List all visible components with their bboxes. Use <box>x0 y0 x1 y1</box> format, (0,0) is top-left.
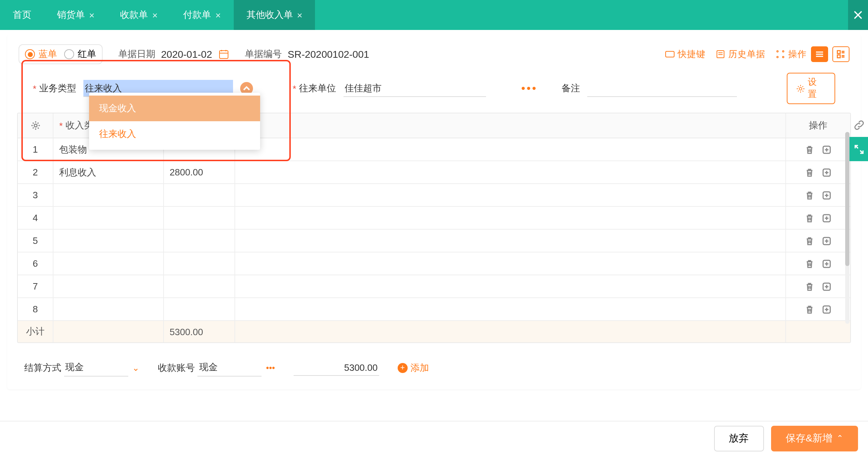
row-note[interactable] <box>235 252 786 275</box>
scrollbar[interactable] <box>845 132 849 324</box>
trash-icon[interactable] <box>805 236 815 246</box>
tab-receipt[interactable]: 收款单× <box>107 0 170 30</box>
add-row-icon[interactable] <box>822 304 832 314</box>
row-note[interactable] <box>235 298 786 320</box>
add-row-icon[interactable] <box>822 236 832 246</box>
add-row-icon[interactable] <box>822 190 832 200</box>
history-button[interactable]: 历史单据 <box>715 48 765 60</box>
dropdown-item[interactable]: 往来收入 <box>89 121 260 147</box>
close-icon[interactable]: × <box>152 10 157 20</box>
expand-icon[interactable] <box>849 137 868 161</box>
row-category[interactable] <box>53 298 164 320</box>
row-note[interactable] <box>235 138 786 160</box>
row-category[interactable]: 利息收入 <box>53 161 164 183</box>
row-note[interactable] <box>235 184 786 206</box>
row-index: 7 <box>18 275 53 297</box>
table-row[interactable]: 2利息收入2800.00 <box>18 161 850 184</box>
row-note[interactable] <box>235 207 786 229</box>
row-amount[interactable] <box>164 298 235 320</box>
party-field: *往来单位 <box>293 80 503 97</box>
more-icon[interactable]: ••• <box>521 82 538 95</box>
docno-label: 单据编号 <box>245 48 282 61</box>
shortcut-button[interactable]: 快捷键 <box>665 48 706 60</box>
row-amount[interactable]: 2800.00 <box>164 161 235 183</box>
table-subtotal: 小计 5300.00 <box>18 321 850 342</box>
tab-home[interactable]: 首页 <box>0 0 44 30</box>
trash-icon[interactable] <box>805 190 815 200</box>
add-row-icon[interactable] <box>822 167 832 177</box>
row-category[interactable] <box>53 252 164 275</box>
remark-input[interactable] <box>587 80 737 97</box>
svg-point-6 <box>782 56 784 58</box>
tab-other-income[interactable]: 其他收入单× <box>234 0 315 30</box>
trash-icon[interactable] <box>805 144 815 154</box>
row-amount[interactable] <box>164 207 235 229</box>
row-category[interactable] <box>53 275 164 297</box>
add-row-icon[interactable] <box>822 213 832 223</box>
row-note[interactable] <box>235 275 786 297</box>
col-ops: 操作 <box>809 119 827 132</box>
view-list-button[interactable] <box>811 46 828 62</box>
tab-payment[interactable]: 付款单× <box>170 0 233 30</box>
party-input[interactable] <box>343 80 486 97</box>
trash-icon[interactable] <box>805 304 815 314</box>
svg-rect-1 <box>666 51 674 57</box>
trash-icon[interactable] <box>805 167 815 177</box>
add-row-icon[interactable] <box>822 144 832 154</box>
table-row[interactable]: 5 <box>18 230 850 252</box>
biztype-dropdown: 现金收入 往来收入 <box>89 93 260 150</box>
table-row[interactable]: 4 <box>18 207 850 230</box>
dropdown-item[interactable]: 现金收入 <box>89 96 260 121</box>
row-category[interactable] <box>53 184 164 206</box>
row-category[interactable] <box>53 230 164 252</box>
trash-icon[interactable] <box>805 281 815 291</box>
discard-button[interactable]: 放弃 <box>714 425 764 451</box>
view-grid-button[interactable] <box>832 46 849 62</box>
table-row[interactable]: 7 <box>18 275 850 298</box>
radio-red[interactable]: 红单 <box>64 48 96 61</box>
row-amount[interactable] <box>164 252 235 275</box>
payment-amount[interactable]: 5300.00 <box>294 360 379 375</box>
calendar-icon[interactable] <box>218 48 229 60</box>
row-note[interactable] <box>235 161 786 183</box>
row-index: 8 <box>18 298 53 320</box>
add-payment-button[interactable]: +添加 <box>398 361 429 374</box>
radio-blue[interactable]: 蓝单 <box>25 48 57 61</box>
close-icon[interactable]: × <box>89 10 94 20</box>
row-amount[interactable] <box>164 230 235 252</box>
close-panel-button[interactable] <box>848 0 868 30</box>
close-icon[interactable]: × <box>215 10 221 20</box>
tab-sales[interactable]: 销货单× <box>44 0 107 30</box>
chevron-down-icon[interactable]: ⌄ <box>132 363 139 373</box>
table-row[interactable]: 3 <box>18 184 850 207</box>
side-rail <box>849 113 868 161</box>
acct-value[interactable]: 现金 <box>198 359 262 377</box>
table-row[interactable]: 6 <box>18 252 850 275</box>
row-note[interactable] <box>235 230 786 252</box>
save-button[interactable]: 保存&新增⌃ <box>771 425 858 451</box>
trash-icon[interactable] <box>805 259 815 269</box>
gear-icon[interactable] <box>30 121 40 131</box>
svg-rect-0 <box>219 51 228 58</box>
add-row-icon[interactable] <box>822 259 832 269</box>
link-icon[interactable] <box>849 113 868 137</box>
date-label: 单据日期 <box>118 48 155 61</box>
svg-point-4 <box>782 51 784 52</box>
row-amount[interactable] <box>164 184 235 206</box>
subtotal-amount: 5300.00 <box>164 321 235 342</box>
table-row[interactable]: 8 <box>18 298 850 321</box>
row-index: 6 <box>18 252 53 275</box>
row-amount[interactable] <box>164 275 235 297</box>
row-category[interactable] <box>53 207 164 229</box>
date-value[interactable]: 2020-01-02 <box>161 48 212 60</box>
trash-icon[interactable] <box>805 213 815 223</box>
settle-value[interactable]: 现金 <box>64 359 128 377</box>
svg-point-3 <box>777 51 778 52</box>
settings-button[interactable]: 设置 <box>787 73 836 104</box>
payment-row: 结算方式 现金⌄ 收款账号 现金••• 5300.00 +添加 <box>14 343 854 379</box>
ops-button[interactable]: 操作 <box>775 48 807 60</box>
add-row-icon[interactable] <box>822 281 832 291</box>
document-header: 蓝单 红单 单据日期 2020-01-02 单据编号 SR-20200102-0… <box>14 41 854 71</box>
close-icon[interactable]: × <box>297 10 303 20</box>
more-icon[interactable]: ••• <box>266 363 275 373</box>
